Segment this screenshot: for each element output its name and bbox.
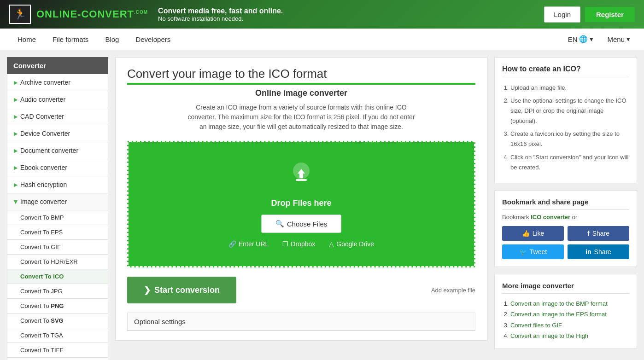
- sidebar-subitem-wbmp[interactable]: Convert To WBMP: [7, 358, 108, 360]
- sidebar-subitem-gif[interactable]: Convert To GIF: [7, 240, 108, 255]
- dropbox-label: Dropbox: [291, 240, 315, 248]
- bookmark-title: Bookmark and share page: [502, 198, 629, 210]
- sidebar-subitem-bmp[interactable]: Convert To BMP: [7, 210, 108, 225]
- sidebar-subitem-svg[interactable]: Convert To SVG: [7, 314, 108, 328]
- right-panel: How to create an ICO? Upload an image fi…: [494, 57, 637, 360]
- sidebar-subitem-tga[interactable]: Convert To TGA: [7, 328, 108, 343]
- google-drive-icon: △: [329, 240, 334, 248]
- sidebar-subitem-hdr[interactable]: Convert To HDR/EXR: [7, 255, 108, 269]
- sidebar-item-audio[interactable]: ▶ Audio converter: [7, 91, 108, 108]
- dropbox-link[interactable]: ❐ Dropbox: [282, 240, 315, 248]
- how-to-step-1: Upload an image file.: [510, 83, 629, 93]
- sidebar-subitem-ico[interactable]: Convert To ICO: [7, 269, 108, 284]
- sidebar-subitem-png[interactable]: Convert To PNG: [7, 299, 108, 314]
- nav-links: Home File formats Blog Developers: [9, 29, 179, 50]
- chevron-down-icon-menu: ▾: [626, 35, 630, 43]
- sidebar-item-device[interactable]: ▶ Device Converter: [7, 125, 108, 142]
- list-item: Convert an image to the EPS format: [510, 309, 629, 319]
- arrow-icon: ▶: [14, 148, 18, 154]
- sidebar-subitem-jpg[interactable]: Convert To JPG: [7, 284, 108, 299]
- sidebar-subitem-tiff[interactable]: Convert To TIFF: [7, 343, 108, 358]
- facebook-icon: f: [587, 230, 590, 237]
- start-conversion-button[interactable]: ❯ Start conversion: [127, 277, 236, 303]
- sidebar-item-cad[interactable]: ▶ CAD Converter: [7, 108, 108, 125]
- arrow-icon: ▶: [14, 80, 18, 86]
- gif-link[interactable]: Convert files to GIF: [510, 322, 562, 329]
- sidebar-item-label: Device Converter: [20, 130, 70, 137]
- high-link[interactable]: Convert an image to the High: [510, 332, 588, 339]
- nav-developers[interactable]: Developers: [127, 29, 179, 50]
- add-example-link[interactable]: Add example file: [431, 287, 475, 294]
- start-conversion-label: Start conversion: [154, 285, 220, 295]
- sidebar-item-ebook[interactable]: ▶ Ebook converter: [7, 159, 108, 176]
- arrow-icon: ▶: [14, 97, 18, 103]
- how-to-step-3: Create a favicon.ico by setting the size…: [510, 129, 629, 149]
- sidebar-subitem-eps[interactable]: Convert To EPS: [7, 225, 108, 240]
- nav-right: EN 🌐 ▾ Menu ▾: [563, 29, 635, 50]
- sidebar-item-label: Hash encryption: [20, 181, 67, 188]
- arrow-icon: ▶: [14, 165, 18, 171]
- converter-subtitle: Online image converter: [127, 88, 475, 98]
- enter-url-label: Enter URL: [239, 240, 269, 248]
- tagline-sub: No software installation needed.: [158, 15, 283, 22]
- how-to-step-2: Use the optional settings to change the …: [510, 96, 629, 126]
- nav-home[interactable]: Home: [9, 29, 44, 50]
- arrow-icon: ▶: [13, 200, 19, 203]
- main-content: Convert your image to the ICO format Onl…: [115, 57, 487, 360]
- menu-label: Menu: [607, 35, 625, 43]
- dropzone[interactable]: Drop Files here 🔍 Choose Files 🔗 Enter U…: [127, 141, 475, 267]
- nav: Home File formats Blog Developers EN 🌐 ▾…: [0, 29, 644, 50]
- list-item: Convert files to GIF: [510, 320, 629, 331]
- list-item: Convert an image to the High: [510, 331, 629, 341]
- nav-menu[interactable]: Menu ▾: [603, 29, 635, 50]
- list-item: Convert an image to the BMP format: [510, 298, 629, 309]
- tweet-label: Tweet: [530, 248, 547, 255]
- twitter-button[interactable]: 🐦 Tweet: [502, 244, 564, 259]
- social-buttons: 👍 Like f Share 🐦 Tweet in Share: [502, 226, 629, 259]
- layout: Converter ▶ Archive converter ▶ Audio co…: [0, 50, 644, 360]
- linkedin-button[interactable]: in Share: [568, 244, 629, 259]
- sidebar-item-label: Audio converter: [20, 96, 65, 103]
- enter-url-link[interactable]: 🔗 Enter URL: [228, 240, 269, 248]
- share-label: Share: [592, 230, 609, 237]
- sidebar-title: Converter: [7, 57, 108, 74]
- sidebar-item-archive[interactable]: ▶ Archive converter: [7, 74, 108, 91]
- ico-converter-link[interactable]: ICO converter: [531, 214, 570, 221]
- logo-text-online: ONLINE-CONVERT: [36, 8, 134, 20]
- like-label: Like: [533, 230, 544, 237]
- sidebar-item-label: Ebook converter: [20, 164, 67, 171]
- converter-text: Create an ICO image from a variety of so…: [186, 103, 416, 132]
- auth-buttons: Login Register: [544, 6, 635, 23]
- sidebar-item-image[interactable]: ▶ Image converter: [7, 193, 108, 210]
- chevron-down-icon: ▾: [590, 35, 593, 43]
- dropbox-icon: ❐: [282, 240, 288, 248]
- eps-link[interactable]: Convert an image to the EPS format: [510, 311, 607, 318]
- logo-text-area: ONLINE-CONVERT.COM: [36, 8, 148, 20]
- sidebar-item-label: Archive converter: [20, 79, 70, 86]
- choose-files-button[interactable]: 🔍 Choose Files: [261, 215, 342, 233]
- logo-text: ONLINE-CONVERT.COM: [36, 8, 148, 20]
- how-to-title: How to create an ICO?: [502, 65, 629, 77]
- sidebar-item-hash[interactable]: ▶ Hash encryption: [7, 176, 108, 193]
- chevron-icon: ❯: [144, 285, 151, 295]
- twitter-icon: 🐦: [519, 248, 527, 255]
- how-to-step-4: Click on "Start conversion" and your ico…: [510, 152, 629, 173]
- optional-settings-section: Optional settings: [127, 313, 475, 331]
- google-drive-link[interactable]: △ Google Drive: [329, 240, 374, 248]
- nav-file-formats[interactable]: File formats: [44, 29, 97, 50]
- nav-language[interactable]: EN 🌐 ▾: [563, 29, 598, 50]
- thumbs-up-icon: 👍: [522, 230, 530, 237]
- sidebar: Converter ▶ Archive converter ▶ Audio co…: [7, 57, 108, 360]
- google-drive-label: Google Drive: [336, 240, 374, 248]
- search-icon: 🔍: [275, 220, 284, 228]
- bmp-link[interactable]: Convert an image to the BMP format: [510, 300, 608, 307]
- drop-text: Drop Files here: [138, 198, 465, 208]
- title-underline: [127, 83, 475, 85]
- nav-blog[interactable]: Blog: [97, 29, 127, 50]
- sidebar-item-document[interactable]: ▶ Document converter: [7, 142, 108, 159]
- svg-rect-1: [296, 179, 307, 181]
- register-button[interactable]: Register: [585, 7, 635, 22]
- facebook-like-button[interactable]: 👍 Like: [502, 226, 564, 241]
- facebook-share-button[interactable]: f Share: [568, 226, 629, 241]
- login-button[interactable]: Login: [544, 6, 580, 23]
